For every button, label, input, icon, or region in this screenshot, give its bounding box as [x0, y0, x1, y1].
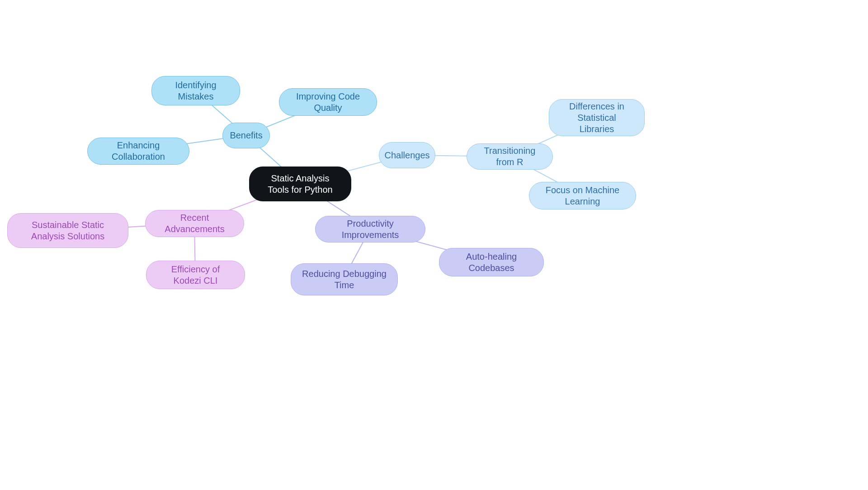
- stats-label: Differences in Statistical Libraries: [560, 101, 633, 135]
- debug-label: Reducing Debugging Time: [302, 268, 387, 291]
- autoheal-label: Auto-healing Codebases: [450, 251, 533, 274]
- node-transitioning-r[interactable]: Transitioning from R: [467, 143, 553, 170]
- node-diff-stats[interactable]: Differences in Statistical Libraries: [549, 99, 645, 136]
- ml-label: Focus on Machine Learning: [540, 185, 625, 207]
- sustainable-label: Sustainable Static Analysis Solutions: [19, 219, 117, 242]
- node-recent[interactable]: Recent Advancements: [145, 210, 244, 237]
- node-sustainable[interactable]: Sustainable Static Analysis Solutions: [7, 213, 128, 248]
- benefits-label: Benefits: [230, 130, 262, 141]
- root-node[interactable]: Static Analysis Tools for Python: [249, 167, 351, 201]
- mindmap-canvas: Static Analysis Tools for Python Benefit…: [0, 0, 868, 490]
- node-challenges[interactable]: Challenges: [379, 142, 435, 168]
- recent-label: Recent Advancements: [156, 212, 233, 235]
- mistakes-label: Identifying Mistakes: [163, 80, 229, 102]
- node-enhancing-collab[interactable]: Enhancing Collaboration: [87, 138, 189, 165]
- node-benefits[interactable]: Benefits: [222, 123, 270, 148]
- node-reducing-debug[interactable]: Reducing Debugging Time: [291, 263, 398, 295]
- edge-layer: [0, 0, 868, 490]
- root-label: Static Analysis Tools for Python: [260, 173, 340, 195]
- quality-label: Improving Code Quality: [290, 91, 366, 114]
- node-identifying-mistakes[interactable]: Identifying Mistakes: [151, 76, 240, 105]
- collab-label: Enhancing Collaboration: [99, 140, 178, 162]
- challenges-label: Challenges: [384, 150, 429, 161]
- productivity-label: Productivity Improvements: [326, 218, 414, 241]
- transition-label: Transitioning from R: [478, 145, 542, 168]
- node-productivity[interactable]: Productivity Improvements: [315, 216, 425, 243]
- node-auto-healing[interactable]: Auto-healing Codebases: [439, 248, 544, 276]
- node-focus-ml[interactable]: Focus on Machine Learning: [529, 182, 636, 209]
- kodezi-label: Efficiency of Kodezi CLI: [157, 264, 234, 286]
- node-improving-quality[interactable]: Improving Code Quality: [279, 88, 377, 116]
- node-kodezi[interactable]: Efficiency of Kodezi CLI: [146, 261, 245, 289]
